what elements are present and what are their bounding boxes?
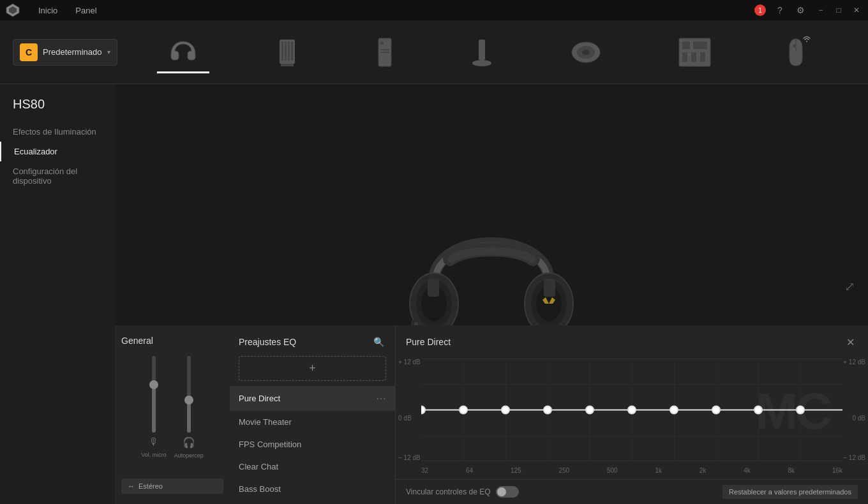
svg-rect-22 [700, 52, 705, 62]
autoperception-track [187, 356, 191, 433]
close-button[interactable]: ✕ [850, 4, 863, 17]
svg-rect-12 [479, 40, 485, 60]
wireless-icon [802, 35, 811, 44]
eq-link-label: Vincular controles de EQ [406, 487, 491, 496]
capture-icon [570, 36, 602, 68]
svg-rect-29 [428, 279, 439, 297]
case-icon [375, 36, 394, 68]
svg-rect-10 [380, 49, 389, 50]
vol-micro-label: Vol. micro [141, 452, 167, 458]
add-preset-button[interactable]: + [239, 356, 386, 381]
maximize-button[interactable]: □ [832, 4, 845, 17]
nav-inicio[interactable]: Inicio [31, 3, 65, 18]
titlebar-nav: Inicio Panel [31, 3, 105, 18]
eq-editor-header: Pure Direct ✕ [396, 325, 868, 356]
preset-pure-direct[interactable]: Pure Direct ⋯ [230, 386, 395, 411]
eq-editor-title: Pure Direct [406, 337, 451, 347]
reset-button[interactable]: Restablecer a valores predeterminados [722, 485, 858, 499]
eq-close-button[interactable]: ✕ [842, 334, 858, 350]
vol-micro-thumb[interactable] [149, 380, 158, 389]
device-board[interactable] [667, 31, 722, 73]
stereo-button[interactable]: ↔ Estéreo [121, 478, 223, 494]
eq-node-16k[interactable] [797, 406, 804, 414]
app-logo [5, 3, 20, 18]
titlebar-right: 1 ? ⚙ − □ ✕ [754, 4, 863, 17]
eq-presets-header: Preajustes EQ 🔍 [230, 325, 395, 356]
left-sidebar: HS80 Efectos de Iluminación Ecualizador … [0, 84, 115, 504]
freq-32: 32 [421, 467, 428, 474]
devices-list [117, 31, 856, 73]
sidebar-item-lighting[interactable]: Efectos de Iluminación [0, 122, 115, 142]
stand-icon [469, 36, 495, 68]
eq-link-toggle[interactable] [496, 486, 519, 498]
freq-1k: 1k [655, 467, 662, 474]
mic-icon: 🎙 [149, 436, 159, 448]
device-ram[interactable] [264, 31, 310, 73]
eq-node-2k[interactable] [670, 406, 678, 414]
expand-icon[interactable]: ⤢ [844, 279, 855, 294]
eq-node-32[interactable] [421, 406, 425, 414]
eq-curve [421, 359, 842, 461]
vol-micro-track [152, 356, 156, 433]
eq-node-125[interactable] [502, 406, 509, 414]
svg-rect-9 [380, 41, 384, 45]
eq-node-4k[interactable] [712, 406, 720, 414]
eq-node-64[interactable] [460, 406, 467, 414]
freq-125: 125 [511, 467, 521, 474]
profile-selector[interactable]: C Predeterminado ▾ [13, 39, 117, 66]
svg-rect-6 [291, 41, 293, 61]
device-mouse[interactable] [777, 31, 815, 73]
svg-rect-21 [691, 52, 696, 62]
eq-node-8k[interactable] [754, 406, 762, 414]
vol-micro-slider[interactable]: 🎙 Vol. micro [141, 356, 167, 473]
search-icon[interactable]: 🔍 [371, 334, 386, 350]
svg-point-17 [582, 50, 590, 55]
device-case[interactable] [365, 31, 405, 73]
notification-badge[interactable]: 1 [754, 4, 766, 16]
settings-icon[interactable]: ⚙ [794, 4, 807, 17]
preset-list: Pure Direct ⋯ Movie Theater FPS Competit… [230, 386, 395, 504]
eq-label-middle-right: 0 dB [852, 414, 865, 421]
preset-movie-theater-label: Movie Theater [239, 417, 292, 427]
eq-label-bottom-right: − 12 dB [843, 454, 865, 461]
autoperception-thumb[interactable] [184, 396, 193, 404]
preset-more-icon[interactable]: ⋯ [376, 392, 386, 404]
device-capture[interactable] [560, 31, 612, 73]
main-content: HS80 Efectos de Iluminación Ecualizador … [0, 84, 868, 504]
device-headset[interactable] [157, 31, 209, 73]
autoperception-fill [187, 402, 191, 433]
preset-movie-theater[interactable]: Movie Theater [230, 411, 395, 433]
eq-node-250[interactable] [544, 406, 551, 414]
device-title: HS80 [0, 97, 115, 122]
device-bar: C Predeterminado ▾ [0, 20, 868, 84]
preset-clear-chat-label: Clear Chat [239, 462, 278, 471]
autoperception-slider[interactable]: 🎧 Autopercep [174, 356, 204, 473]
minimize-button[interactable]: − [814, 4, 827, 17]
svg-rect-3 [281, 41, 283, 61]
sidebar-item-device-config[interactable]: Configuración del dispositivo [0, 161, 115, 191]
eq-presets-panel: Preajustes EQ 🔍 + Pure Direct ⋯ Movie Th… [230, 325, 396, 504]
titlebar: Inicio Panel 1 ? ⚙ − □ ✕ [0, 0, 868, 20]
sidebar-item-equalizer[interactable]: Ecualizador [0, 142, 115, 161]
freq-2k: 2k [700, 467, 707, 474]
eq-label-middle-left: 0 dB [398, 414, 412, 421]
profile-icon: C [20, 43, 38, 61]
eq-node-500[interactable] [586, 406, 594, 414]
preset-fps-competition[interactable]: FPS Competition [230, 433, 395, 456]
help-icon[interactable]: ? [774, 4, 786, 17]
nav-panel[interactable]: Panel [68, 3, 104, 18]
freq-250: 250 [558, 467, 569, 474]
svg-rect-7 [281, 64, 294, 66]
eq-node-1k[interactable] [628, 406, 636, 414]
preset-bass-boost[interactable]: Bass Boost [230, 478, 395, 500]
device-stand[interactable] [459, 31, 505, 73]
preset-pure-direct-label: Pure Direct [239, 394, 280, 403]
chevron-down-icon: ▾ [107, 48, 110, 56]
preset-clear-chat[interactable]: Clear Chat [230, 456, 395, 478]
freq-500: 500 [607, 467, 618, 474]
titlebar-left: Inicio Panel [5, 3, 105, 18]
preset-fps-competition-label: FPS Competition [239, 440, 301, 449]
eq-editor-panel: Pure Direct ✕ MC + 12 dB 0 dB − 12 dB + … [396, 325, 868, 504]
svg-rect-14 [480, 60, 484, 65]
general-panel-title: General [121, 336, 223, 346]
